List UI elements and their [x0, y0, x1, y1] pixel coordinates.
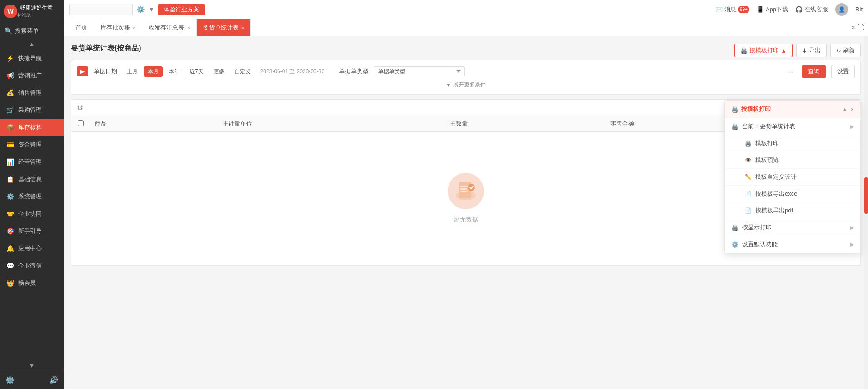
default-settings-arrow: ▶	[850, 242, 854, 248]
empty-icon	[448, 173, 484, 209]
scroll-up-button[interactable]: ▲	[0, 39, 64, 50]
sidebar-item-marketing[interactable]: 📢 营销推广	[0, 67, 64, 84]
topbar-chevron-icon[interactable]: ▼	[149, 6, 155, 13]
select-all-checkbox[interactable]	[78, 120, 84, 126]
tabbar-close-button[interactable]: ×	[851, 24, 855, 32]
tab-inventory-batch-label: 库存批次账	[100, 24, 130, 32]
sidebar-item-wechat[interactable]: 💬 企业微信	[0, 257, 64, 274]
user-avatar[interactable]: 👤	[835, 3, 848, 16]
more-options-icon[interactable]: ···	[788, 68, 793, 75]
query-button[interactable]: 查询	[802, 65, 826, 78]
tab-home[interactable]: 首页	[69, 19, 94, 36]
date-btn-custom[interactable]: 自定义	[230, 66, 255, 77]
sidebar-item-purchase[interactable]: 🛒 采购管理	[0, 101, 64, 119]
sound-icon[interactable]: 🔊	[49, 376, 58, 384]
topbar-search-input[interactable]	[69, 4, 133, 15]
settings-button[interactable]: 设置	[831, 65, 855, 78]
right-scrollbar[interactable]	[864, 36, 868, 389]
export-button[interactable]: ⬇ 导出	[796, 44, 827, 57]
svg-point-5	[468, 184, 475, 191]
dropdown-chevron-up-icon[interactable]: ▲	[842, 106, 848, 113]
sidebar-item-label: 新手引导	[18, 227, 42, 235]
dropdown-default-settings-label: 设置默认功能	[742, 240, 778, 248]
date-btn-7days[interactable]: 近7天	[185, 66, 208, 77]
dropdown-item-export-excel[interactable]: 📄 按模板导出excel	[725, 186, 860, 202]
table-settings-icon[interactable]: ⚙	[77, 103, 83, 112]
tab-inventory-batch-close[interactable]: ×	[133, 25, 135, 30]
sidebar-item-appstore[interactable]: 🔔 应用中心	[0, 240, 64, 257]
dropdown-close-icon[interactable]: ×	[850, 106, 854, 113]
expand-more-conditions[interactable]: ▼ 展开更多条件	[77, 78, 855, 90]
page-content: 要货单统计表(按商品) 🖨️ 按模板打印 ▲ ⬇ 导出 ↻ 刷新 ▶ 单据日期	[64, 36, 868, 389]
print-chevron-icon: ▲	[781, 47, 787, 54]
scrollbar-thumb[interactable]	[864, 177, 868, 214]
date-btn-this-month[interactable]: 本月	[144, 66, 163, 77]
inventory-icon: 📦	[5, 124, 15, 131]
dropdown-item-export-pdf[interactable]: 📄 按模板导出pdf	[725, 202, 860, 219]
filter-row-1: ▶ 单据日期 上月 本月 本年 近7天 更多 自定义 2023-06-01 至 …	[77, 65, 855, 78]
industry-solution-button[interactable]: 体验行业方案	[158, 4, 205, 15]
app-download-item[interactable]: 📱 App下载	[757, 5, 788, 14]
sidebar-logo: W 畅康通好生意 标准版	[0, 0, 64, 23]
sidebar-item-label: 库存核算	[18, 123, 42, 131]
export-excel-icon: 📄	[745, 191, 752, 197]
sidebar-footer: ⚙️ 🔊	[0, 371, 64, 389]
dropdown-item-default-settings[interactable]: ⚙️ 设置默认功能 ▶	[725, 236, 860, 253]
sidebar-item-system[interactable]: ⚙️ 系统管理	[0, 188, 64, 205]
sidebar-item-label: 应用中心	[18, 244, 42, 253]
sidebar-item-member[interactable]: 👑 畅会员	[0, 274, 64, 292]
cooperation-icon: 🤝	[5, 210, 15, 217]
type-select[interactable]: 单据单类型	[374, 66, 465, 76]
refresh-label: 刷新	[843, 46, 855, 55]
online-service-item[interactable]: 🎧 在线客服	[795, 5, 828, 14]
settings-footer-icon[interactable]: ⚙️	[5, 376, 15, 384]
refresh-button[interactable]: ↻ 刷新	[830, 44, 861, 57]
sidebar-item-quick-nav[interactable]: ⚡ 快捷导航	[0, 50, 64, 67]
search-menu-item[interactable]: 🔍 搜索菜单	[0, 23, 64, 39]
sidebar-item-label: 资金管理	[18, 141, 42, 149]
date-btn-this-year[interactable]: 本年	[165, 66, 184, 77]
sidebar-item-sales[interactable]: 💰 销售管理	[0, 84, 64, 101]
purchase-icon: 🛒	[5, 106, 15, 114]
dropdown-display-print-label: 按显示打印	[742, 223, 772, 232]
dropdown-header: 🖨️ 按模板打印 ▲ ×	[725, 101, 860, 118]
tab-order-stats-close[interactable]: ×	[241, 25, 244, 30]
filter-expand-icon[interactable]: ▶	[77, 66, 88, 76]
dropdown-item-template-preview[interactable]: 👁️ 模板预览	[725, 152, 860, 169]
sidebar-item-operation[interactable]: 📊 经营管理	[0, 153, 64, 171]
sidebar-item-label: 畅会员	[18, 279, 36, 287]
sidebar-item-label: 快捷导航	[18, 54, 42, 62]
dropdown-item-display-print[interactable]: 🖨️ 按显示打印 ▶	[725, 219, 860, 236]
dropdown-item-label: 模板自定义设计	[755, 173, 797, 181]
date-btn-more[interactable]: 更多	[210, 66, 229, 77]
dropdown-item-label: 模板打印	[755, 139, 779, 147]
dropdown-current-item[interactable]: 🖨️ 当前：要货单统计表 ▶	[725, 118, 860, 135]
dropdown-item-template-design[interactable]: ✏️ 模板自定义设计	[725, 169, 860, 186]
print-template-button[interactable]: 🖨️ 按模板打印 ▲	[734, 44, 793, 57]
tab-home-label: 首页	[75, 24, 87, 32]
print-template-label: 按模板打印	[749, 46, 779, 55]
tab-inventory-batch[interactable]: 库存批次账 ×	[94, 19, 142, 36]
scroll-down-button[interactable]: ▼	[0, 360, 64, 371]
topbar-gear-icon[interactable]: ⚙️	[136, 5, 145, 14]
col-checkbox[interactable]	[71, 116, 90, 132]
wechat-icon: 💬	[5, 262, 15, 269]
sidebar-item-finance[interactable]: 💳 资金管理	[0, 136, 64, 153]
date-buttons: 上月 本月 本年 近7天 更多 自定义	[123, 66, 255, 77]
svg-rect-4	[460, 191, 468, 192]
sidebar-item-inventory[interactable]: 📦 库存核算	[0, 119, 64, 136]
sidebar-item-basic[interactable]: 📋 基础信息	[0, 171, 64, 188]
tabbar-expand-button[interactable]: ⛶	[857, 24, 864, 32]
sidebar-item-cooperation[interactable]: 🤝 企业协同	[0, 205, 64, 222]
operation-icon: 📊	[5, 158, 15, 166]
date-btn-last-month[interactable]: 上月	[123, 66, 142, 77]
sidebar-item-guide[interactable]: 🎯 新手引导	[0, 222, 64, 240]
message-item[interactable]: ✉️ 消息 99+	[715, 5, 749, 14]
dropdown-item-template-print[interactable]: 🖨️ 模板打印	[725, 135, 860, 152]
tab-summary[interactable]: 收发存汇总表 ×	[142, 19, 196, 36]
date-range-display: 2023-06-01 至 2023-06-30	[260, 68, 324, 76]
tab-order-stats[interactable]: 要货单统计表 ×	[197, 19, 251, 36]
tab-summary-close[interactable]: ×	[187, 25, 190, 30]
col-unit: 主计量单位	[217, 116, 444, 132]
date-label: 单据日期	[94, 67, 117, 76]
